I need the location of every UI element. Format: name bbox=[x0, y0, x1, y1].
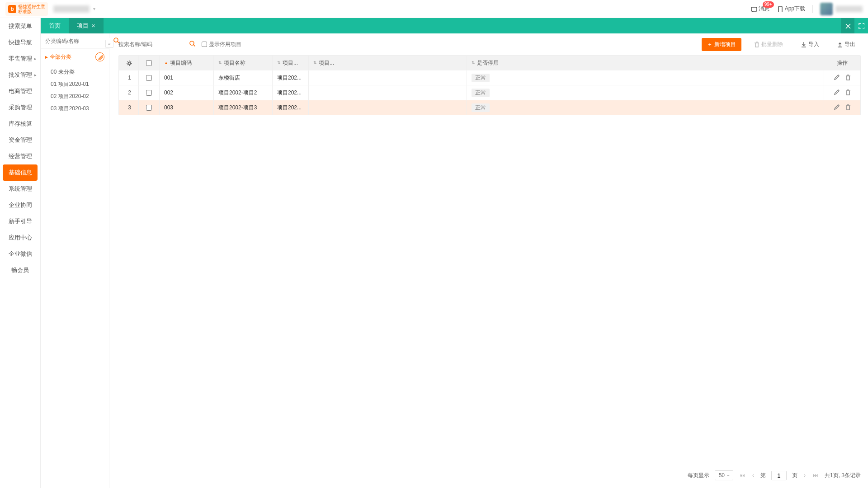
edit-row-button[interactable] bbox=[834, 89, 840, 97]
search-icon[interactable] bbox=[113, 37, 119, 45]
status-badge: 正常 bbox=[472, 89, 490, 97]
sidebar-item[interactable]: 采购管理 bbox=[0, 99, 40, 116]
sidebar-item[interactable]: 经营管理 bbox=[0, 148, 40, 164]
edit-categories-button[interactable] bbox=[95, 52, 104, 61]
close-icon bbox=[844, 23, 851, 29]
page-size-select[interactable]: 50 bbox=[715, 470, 733, 480]
svg-point-3 bbox=[190, 41, 194, 45]
sidebar-item[interactable]: 企业微信 bbox=[0, 246, 40, 262]
pencil-icon bbox=[834, 104, 840, 110]
search-input[interactable] bbox=[118, 38, 189, 50]
sidebar-item[interactable]: 资金管理 bbox=[0, 132, 40, 148]
prev-page-button[interactable]: ‹ bbox=[751, 471, 755, 479]
select-all-checkbox[interactable] bbox=[146, 60, 152, 66]
messages-button[interactable]: 99+ 消息 bbox=[747, 3, 773, 14]
category-item[interactable]: 01 项目2020-01 bbox=[51, 78, 109, 90]
col-status[interactable]: ⇅是否停用 bbox=[467, 56, 824, 70]
sidebar: 搜索菜单快捷导航零售管理▸批发管理▸电商管理采购管理库存核算资金管理经营管理基础… bbox=[0, 18, 41, 488]
col-project-ext2[interactable]: ⇅项目... bbox=[309, 56, 467, 70]
svg-point-2 bbox=[114, 38, 118, 42]
next-page-button[interactable]: › bbox=[803, 471, 807, 479]
expand-icon bbox=[858, 23, 864, 29]
sidebar-item[interactable]: 快捷导航 bbox=[0, 34, 40, 51]
collapse-panel-button[interactable]: « bbox=[105, 40, 113, 48]
sidebar-item[interactable]: 应用中心 bbox=[0, 230, 40, 246]
message-badge: 99+ bbox=[763, 1, 774, 8]
batch-delete-button: 批量删除 bbox=[748, 38, 788, 51]
delete-row-button[interactable] bbox=[844, 74, 851, 82]
row-checkbox[interactable] bbox=[146, 105, 152, 111]
sidebar-item[interactable]: 畅会员 bbox=[0, 262, 40, 278]
col-project-code[interactable]: ▲项目编码 bbox=[160, 56, 214, 70]
app-title-dropdown[interactable]: ▾ bbox=[53, 5, 95, 13]
col-project-ext1[interactable]: ⇅项目... bbox=[273, 56, 309, 70]
delete-row-button[interactable] bbox=[844, 89, 851, 97]
edit-row-button[interactable] bbox=[834, 74, 840, 82]
user-name bbox=[835, 6, 863, 12]
col-project-name[interactable]: ⇅项目名称 bbox=[214, 56, 273, 70]
brand-name: 畅捷通好生意 bbox=[18, 4, 45, 9]
category-panel: ▸ 全部分类 00 未分类01 项目2020-0102 项目2020-0203 … bbox=[41, 33, 109, 488]
category-item[interactable]: 03 项目2020-03 bbox=[51, 103, 109, 115]
category-search-input[interactable] bbox=[45, 38, 113, 44]
sidebar-item[interactable]: 电商管理 bbox=[0, 83, 40, 99]
search-icon[interactable] bbox=[189, 40, 195, 48]
row-checkbox[interactable] bbox=[146, 75, 152, 81]
gear-icon bbox=[126, 60, 132, 66]
new-project-button[interactable]: ＋ 新增项目 bbox=[702, 38, 741, 51]
tab-bar: 首页项目✕ bbox=[0, 18, 868, 33]
table-row[interactable]: 1001东楼街店项目202...正常 bbox=[119, 70, 860, 85]
user-avatar[interactable] bbox=[820, 3, 833, 15]
chevron-down-icon: ▾ bbox=[93, 6, 95, 11]
page-summary: 共1页, 3条记录 bbox=[825, 472, 861, 479]
pencil-icon bbox=[98, 55, 103, 60]
page-input[interactable] bbox=[771, 471, 787, 480]
trash-icon bbox=[844, 89, 851, 95]
sidebar-item[interactable]: 新手引导 bbox=[0, 213, 40, 230]
svg-rect-1 bbox=[778, 6, 782, 12]
table-row[interactable]: 3003项目2002-项目3项目202...正常 bbox=[119, 100, 860, 115]
category-item[interactable]: 02 项目2020-02 bbox=[51, 90, 109, 103]
sidebar-item[interactable]: 零售管理▸ bbox=[0, 51, 40, 67]
sidebar-item[interactable]: 企业协同 bbox=[0, 197, 40, 213]
column-settings-button[interactable] bbox=[119, 56, 139, 70]
toolbar: 显示停用项目 ＋ 新增项目 批量删除 导入 导出 bbox=[118, 33, 861, 55]
export-button[interactable]: 导出 bbox=[831, 38, 861, 51]
import-button[interactable]: 导入 bbox=[795, 38, 825, 51]
edit-row-button[interactable] bbox=[834, 104, 840, 112]
import-icon bbox=[800, 41, 807, 47]
brand-edition: 标准版 bbox=[18, 9, 45, 14]
tab[interactable]: 项目✕ bbox=[69, 18, 104, 33]
app-download-button[interactable]: App下载 bbox=[773, 3, 809, 14]
status-badge: 正常 bbox=[472, 103, 490, 112]
fullscreen-button[interactable] bbox=[854, 18, 868, 33]
category-item[interactable]: 00 未分类 bbox=[51, 66, 109, 78]
category-root[interactable]: ▸ 全部分类 bbox=[41, 49, 109, 65]
trash-icon bbox=[844, 74, 851, 80]
status-badge: 正常 bbox=[472, 74, 490, 82]
show-disabled-checkbox[interactable]: 显示停用项目 bbox=[202, 41, 241, 48]
tab[interactable]: 首页 bbox=[41, 18, 69, 33]
sidebar-item[interactable]: 批发管理▸ bbox=[0, 67, 40, 83]
svg-rect-0 bbox=[751, 7, 757, 11]
chevron-right-icon: ▸ bbox=[34, 73, 37, 77]
project-table: ▲项目编码 ⇅项目名称 ⇅项目... ⇅项目... ⇅是否停用 操作 1001东… bbox=[118, 55, 861, 115]
sidebar-item[interactable]: 搜索菜单 bbox=[0, 18, 40, 34]
table-row[interactable]: 2002项目2002-项目2项目202...正常 bbox=[119, 85, 860, 100]
chevron-right-icon: ▸ bbox=[34, 56, 37, 61]
trash-icon bbox=[753, 41, 760, 47]
pencil-icon bbox=[834, 89, 840, 95]
row-checkbox[interactable] bbox=[146, 90, 152, 96]
close-tabs-button[interactable] bbox=[841, 18, 854, 33]
sidebar-item[interactable]: 库存核算 bbox=[0, 116, 40, 132]
sidebar-item[interactable]: 系统管理 bbox=[0, 181, 40, 197]
sidebar-item[interactable]: 基础信息 bbox=[3, 164, 38, 181]
table-header: ▲项目编码 ⇅项目名称 ⇅项目... ⇅项目... ⇅是否停用 操作 bbox=[119, 56, 860, 70]
top-header: b 畅捷通好生意 标准版 ▾ 99+ 消息 App下载 bbox=[0, 0, 868, 18]
pencil-icon bbox=[834, 74, 840, 80]
first-page-button[interactable]: ⏮ bbox=[739, 471, 746, 479]
close-tab-icon[interactable]: ✕ bbox=[91, 23, 95, 29]
paginator: 每页显示 50 ⏮ ‹ 第 页 › ⏭ 共1页, 3条记录 bbox=[118, 466, 861, 488]
delete-row-button[interactable] bbox=[844, 104, 851, 112]
last-page-button[interactable]: ⏭ bbox=[812, 471, 819, 479]
